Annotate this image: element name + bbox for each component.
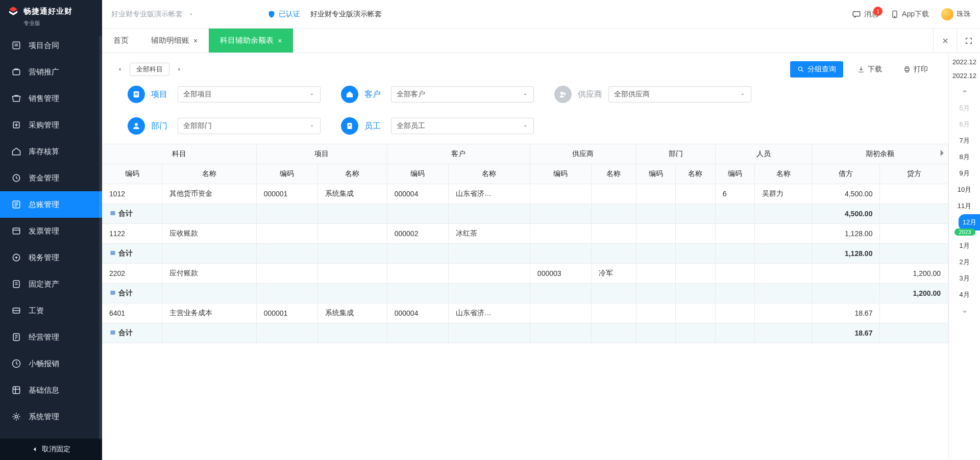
sidebar-item-label: 小畅报销 [29,359,59,369]
period-month[interactable]: 7月 [953,133,975,149]
table-row[interactable]: 1012其他货币资金000001系统集成000004山东省济…6吴群力4,500… [102,184,948,204]
group-query-label: 分组查询 [807,65,836,74]
unpin-button[interactable]: 取消固定 [0,439,102,460]
filter-supplier-label: 供应商 [578,89,602,100]
sidebar-item-4[interactable]: 库存核算 [0,138,102,165]
sidebar-icon [11,226,21,236]
svg-rect-22 [135,94,138,95]
tab-2[interactable]: 科目辅助余额表× [209,29,293,53]
breadcrumb-next-button[interactable] [175,65,184,74]
sidebar-item-14[interactable]: 系统管理 [0,403,102,430]
fullscreen-button[interactable] [957,29,980,53]
period-month[interactable]: 8月 [953,149,975,165]
period-month[interactable]: 10月 [953,182,975,198]
app-download-label: App下载 [902,10,929,19]
download-button[interactable]: 下载 [850,61,889,78]
subtotal-debit: 4,500.00 [812,204,880,224]
sidebar-item-0[interactable]: 项目合同 [0,32,102,59]
app-download-button[interactable]: App下载 [891,10,929,19]
account-selector[interactable]: 好业财专业版演示帐套 [111,10,264,19]
sidebar-item-12[interactable]: 小畅报销 [0,350,102,377]
period-month[interactable]: 11月 [953,198,975,214]
sidebar-item-1[interactable]: 营销推广 [0,59,102,85]
sidebar-icon [11,199,21,210]
sidebar-item-10[interactable]: 工资 [0,297,102,324]
table-row[interactable]: 6401主营业务成本000001系统集成000004山东省济…18.67 [102,303,948,323]
sidebar-item-3[interactable]: 采购管理 [0,112,102,138]
subtotal-label: 合计 [102,204,162,224]
tab-0[interactable]: 首页 [102,29,140,53]
svg-point-24 [564,93,566,95]
table-container[interactable]: 科目项目客户供应商部门人员期初余额编码名称编码名称编码名称编码名称编码名称编码名… [102,144,948,460]
period-month[interactable]: 4月 [953,287,975,303]
filter-project-label: 项目 [151,89,172,100]
cell: 系统集成 [317,184,387,204]
subtotal-label: 合计 [102,323,162,343]
topbar: 好业财专业版演示帐套 已认证 好业财专业版演示帐套 消息 1 App下载 珠珠 [102,0,980,29]
cell: 应付账款 [162,264,256,284]
sidebar-item-label: 发票管理 [29,226,59,236]
filter-customer-select[interactable]: 全部客户 [391,86,534,103]
cell: 山东省济… [448,303,530,323]
period-month[interactable]: 6月 [953,116,975,133]
col-group: 项目 [256,144,387,164]
table-row[interactable]: 2202应付账款000003冷军1,200.00 [102,264,948,284]
sidebar-item-2[interactable]: 销售管理 [0,85,102,112]
subtotal-debit [812,284,880,303]
filter-supplier-select[interactable]: 全部供应商 [608,86,751,103]
print-icon [903,66,911,73]
tab-close-icon[interactable]: × [193,37,198,45]
period-up-button[interactable] [960,83,969,100]
period-month[interactable]: 9月 [953,165,975,182]
svg-point-12 [15,416,18,418]
user-name: 珠珠 [957,10,971,19]
subtotal-label: 合计 [102,244,162,264]
col-header: 编码 [636,164,675,184]
cell [636,184,675,204]
period-month[interactable]: 2月 [953,254,975,270]
cell [676,303,715,323]
cell [880,224,948,244]
sidebar-item-7[interactable]: 发票管理 [0,218,102,244]
sidebar-item-9[interactable]: 固定资产 [0,271,102,297]
print-button[interactable]: 打印 [896,61,935,78]
period-month[interactable]: 3月 [953,270,975,287]
col-header: 贷方 [880,164,948,184]
tab-1[interactable]: 辅助明细账× [140,29,209,53]
sidebar-item-6[interactable]: 总账管理 [0,191,102,218]
sidebar-item-11[interactable]: 经营管理 [0,324,102,350]
sidebar-item-label: 项目合同 [29,41,59,50]
cell [530,303,591,323]
sidebar-item-5[interactable]: 资金管理 [0,165,102,191]
period-down-button[interactable] [960,303,969,320]
filter-employee-select[interactable]: 全部员工 [391,118,534,134]
cell: 山东省济… [448,184,530,204]
breadcrumb-subject[interactable]: 全部科目 [130,63,169,76]
employee-icon [341,117,358,135]
tab-close-icon[interactable]: × [278,37,282,45]
download-icon [857,66,865,73]
sidebar-item-13[interactable]: 基础信息 [0,377,102,403]
period-from[interactable]: 2022.12 [950,55,978,69]
group-query-button[interactable]: 分组查询 [790,61,843,78]
col-group: 供应商 [530,144,636,164]
period-rail: 2022.12 2022.12 5月6月7月8月9月10月11月12月20231… [948,53,980,460]
period-month[interactable]: 5月 [953,100,975,116]
filter-dept-select[interactable]: 全部部门 [178,118,321,134]
sidebar-item-8[interactable]: 税务管理 [0,244,102,271]
period-month[interactable]: 1月 [953,238,975,254]
cell [448,264,530,284]
table-row[interactable]: 1122应收账款000002冰红茶1,128.00 [102,224,948,244]
period-to[interactable]: 2022.12 [950,69,978,83]
cell: 冷军 [591,264,636,284]
cell: 6 [715,184,754,204]
user-menu[interactable]: 珠珠 [941,8,971,20]
filter-project-select[interactable]: 全部项目 [178,86,321,103]
sidebar-item-label: 采购管理 [29,120,59,130]
breadcrumb-prev-button[interactable] [115,65,125,74]
col-header: 名称 [755,164,812,184]
expand-columns-button[interactable] [937,148,946,158]
messages-button[interactable]: 消息 1 [852,10,878,19]
close-tab-button[interactable] [933,29,957,53]
col-group: 科目 [102,144,256,164]
